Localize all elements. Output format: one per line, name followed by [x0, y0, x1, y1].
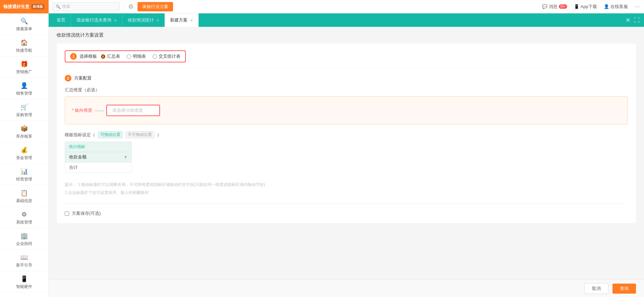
sidebar-label-purchase: 采购管理 — [16, 112, 32, 118]
sidebar-item-basic-info[interactable]: 📋基础信息 — [0, 185, 48, 207]
option-cross-label: 交叉统计表 — [159, 53, 180, 59]
metrics-table-preview: 统计指标 收款金额 ▼ 合计 — [65, 142, 132, 173]
settings-card: 1 选择模板 汇总表 明细表 — [57, 44, 636, 223]
hint-2: 2.点击标题栏下拉可设置排序、插入列和删除列 — [65, 189, 628, 197]
tab-close-receipt[interactable]: × — [157, 18, 159, 23]
tab-label-bank: 现金银行流水查询 — [76, 17, 111, 23]
draggable-label: 可拖动位置 — [98, 131, 123, 138]
page-content: 收款情况统计方案设置 1 选择模板 — [49, 27, 644, 280]
message-badge: 99+ — [559, 4, 567, 9]
sidebar-label-marketing: 营销推广 — [16, 69, 32, 75]
cancel-button[interactable]: 取消 — [584, 283, 608, 294]
metrics-col-label: 收款金额 — [69, 154, 87, 160]
tab-close-bank[interactable]: × — [114, 18, 117, 23]
sidebar-icon-finance: 💰 — [20, 146, 28, 154]
download-button[interactable]: 📱 App下载 — [574, 4, 597, 10]
save-section: 方案保存(可选) — [65, 210, 628, 216]
sidebar-label-search-menu: 搜索菜单 — [16, 26, 32, 32]
sidebar-label-enterprise: 企业协同 — [16, 241, 32, 247]
step1-label: 选择模板 — [79, 53, 97, 59]
radio-cross[interactable] — [153, 54, 157, 59]
step1-num: 1 — [70, 53, 77, 60]
settings-icon[interactable]: ⚙ — [128, 3, 133, 10]
option-summary[interactable]: 汇总表 — [101, 53, 120, 59]
sidebar-item-inventory[interactable]: 📦库存核算 — [0, 121, 48, 142]
footer: 取消 查询 — [49, 280, 644, 297]
user-area[interactable] — [635, 6, 640, 8]
sidebar-item-guide[interactable]: 📖新手引导 — [0, 250, 48, 271]
trial-button[interactable]: 体验行业方案 — [138, 2, 173, 11]
tab-receipt[interactable]: 收款情况统计× — [122, 13, 165, 27]
sidebar-item-purchase[interactable]: 🛒采购管理 — [0, 99, 48, 121]
sidebar-item-enterprise[interactable]: 🏢企业协同 — [0, 228, 48, 250]
metrics-table-header: 统计指标 — [65, 142, 131, 152]
sidebar-item-search-menu[interactable]: 🔍搜索菜单 — [0, 13, 48, 35]
option-detail[interactable]: 明细表 — [127, 53, 146, 59]
sidebar-nav: 🔍搜索菜单🏠快捷导航🎁营销推广👤销售管理🛒采购管理📦库存核算💰资金管理📊经营管理… — [0, 13, 48, 297]
step1-header: 1 选择模板 — [70, 53, 97, 60]
sidebar-icon-enterprise: 🏢 — [20, 232, 28, 240]
tab-bar: 首页现金银行流水查询×收款情况统计×新建方案× ✕ ⛶ — [49, 13, 644, 27]
dim-select-placeholder[interactable]: 请选择分组维度 — [106, 105, 160, 116]
maximize-window-icon[interactable]: ⛶ — [634, 17, 640, 24]
sidebar-item-marketing[interactable]: 🎁营销推广 — [0, 56, 48, 78]
metrics-section: 模板指标设定（ 可拖动位置 不可拖动位置 ） 统计指标 收款金额 ▼ — [65, 131, 628, 197]
save-checkbox[interactable] — [65, 211, 69, 216]
message-button[interactable]: 💬 消息 99+ — [542, 4, 567, 10]
hints-section: 提示： 1.拖动标题栏可以调整布局，不可跨维度或指标区域拖动栏目字段(只能在同一… — [65, 181, 628, 197]
dimension-area: * 纵向维度 —— 请选择分组维度 — [65, 96, 628, 125]
message-label: 消息 — [549, 4, 557, 10]
top-search-bar[interactable]: 🔍 搜索 — [53, 2, 120, 11]
summary-dimension-title: 汇总维度（必选） — [65, 87, 628, 93]
sidebar-label-basic-info: 基础信息 — [16, 198, 32, 204]
tab-label-home: 首页 — [57, 17, 65, 23]
tab-home[interactable]: 首页 — [49, 13, 71, 27]
app-logo: 畅捷通好生意 标准版 — [0, 0, 49, 13]
sidebar-label-guide: 新手引导 — [16, 262, 32, 268]
sidebar: 🔍搜索菜单🏠快捷导航🎁营销推广👤销售管理🛒采购管理📦库存核算💰资金管理📊经营管理… — [0, 13, 49, 297]
query-button[interactable]: 查询 — [612, 284, 636, 294]
sidebar-icon-purchase: 🛒 — [20, 103, 28, 111]
option-detail-label: 明细表 — [133, 53, 146, 59]
sidebar-icon-hardware: 📱 — [20, 275, 28, 283]
service-label: 在线客服 — [610, 4, 628, 10]
sidebar-icon-system: ⚙ — [21, 211, 27, 218]
sidebar-item-finance[interactable]: 💰资金管理 — [0, 142, 48, 164]
close-window-icon[interactable]: ✕ — [626, 16, 631, 24]
sidebar-icon-inventory: 📦 — [20, 125, 28, 132]
divider — [124, 3, 124, 11]
download-icon: 📱 — [574, 4, 579, 9]
sidebar-label-inventory: 库存核算 — [16, 134, 32, 139]
app-name: 畅捷通好生意 — [3, 4, 30, 10]
metrics-col-total: 合计 — [65, 162, 131, 172]
card-divider — [65, 203, 628, 204]
sidebar-item-operations[interactable]: 📊经营管理 — [0, 164, 48, 185]
app-badge: 标准版 — [32, 4, 44, 9]
step2-label: 方案配置 — [74, 75, 92, 81]
tab-label-receipt: 收款情况统计 — [128, 17, 154, 23]
search-placeholder: 搜索 — [62, 4, 70, 9]
radio-summary[interactable] — [101, 54, 105, 59]
radio-detail[interactable] — [127, 54, 131, 59]
sidebar-icon-search-menu: 🔍 — [20, 17, 28, 25]
window-controls: ✕ ⛶ — [622, 13, 644, 27]
sidebar-icon-basic-info: 📋 — [20, 189, 28, 197]
step2-row: 2 方案配置 汇总维度（必选） * 纵向维度 —— 请选择分组维度 — [65, 75, 628, 197]
tab-bank[interactable]: 现金银行流水查询× — [71, 13, 122, 27]
service-button[interactable]: 👤 在线客服 — [604, 4, 628, 10]
sidebar-item-quick-nav[interactable]: 🏠快捷导航 — [0, 35, 48, 56]
step2-header: 2 方案配置 — [65, 75, 628, 82]
sidebar-label-hardware: 智能硬件 — [16, 284, 32, 290]
sidebar-item-sales[interactable]: 👤销售管理 — [0, 78, 48, 99]
tab-close-new-plan[interactable]: × — [190, 18, 193, 23]
sidebar-label-quick-nav: 快捷导航 — [16, 48, 32, 53]
sidebar-item-hardware[interactable]: 📱智能硬件 — [0, 271, 48, 293]
sidebar-item-system[interactable]: ⚙系统管理 — [0, 207, 48, 228]
tab-new-plan[interactable]: 新建方案× — [165, 13, 199, 27]
save-label: 方案保存(可选) — [72, 210, 101, 216]
metrics-col-header[interactable]: 收款金额 ▼ — [65, 152, 131, 162]
step1-container: 1 选择模板 汇总表 明细表 — [65, 50, 186, 62]
option-cross[interactable]: 交叉统计表 — [153, 53, 180, 59]
sidebar-item-wechat[interactable]: 💬企业微信 — [0, 293, 48, 297]
metrics-header: 模板指标设定（ 可拖动位置 不可拖动位置 ） — [65, 131, 628, 138]
